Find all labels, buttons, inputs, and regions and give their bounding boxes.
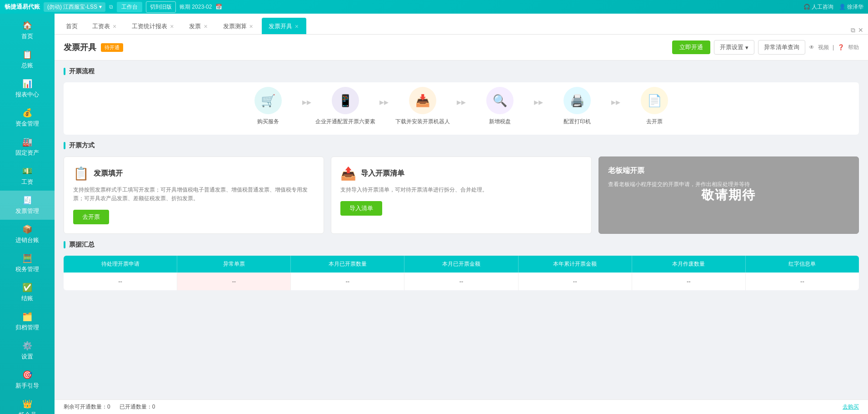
user-area[interactable]: 👤 徐泽华 [839, 3, 863, 11]
summary-cell-abnormal: -- [177, 273, 291, 290]
sidebar-label-ledger: 总账 [21, 61, 33, 70]
download-icon: 📥 [415, 94, 430, 108]
import-list-button[interactable]: 导入清单 [340, 201, 382, 216]
sidebar-item-settlement[interactable]: ✅ 结账 [0, 278, 55, 307]
close-window-icon[interactable]: ✕ [858, 26, 863, 34]
app-logo: 畅捷通易代账 [5, 3, 40, 11]
step-buy-label: 购买服务 [257, 118, 279, 126]
customer-service-btn[interactable]: 🎧 人工咨询 [803, 3, 833, 11]
sidebar-item-purchase[interactable]: 📦 进销台账 [0, 220, 55, 249]
configure-icon: 📱 [338, 94, 353, 108]
printer-icon: 🖨️ [570, 94, 584, 108]
restore-icon[interactable]: ⧉ [851, 26, 855, 34]
summary-cell-month-count: -- [291, 273, 404, 290]
tax-icon: 🧮 [22, 253, 32, 263]
step-download-icon-wrapper: 📥 [409, 87, 436, 114]
workspace-button[interactable]: 工作台 [117, 2, 142, 12]
flow-step-configure: 📱 企业开通配置开票六要素 [314, 87, 377, 126]
reports-icon: 📊 [22, 79, 32, 89]
page-area: 发票开具 待开通 立即开通 开票设置 ▾ 异常清单查询 👁 视频 | ❓ [55, 35, 868, 399]
home-icon: 🏠 [22, 20, 32, 30]
buy-link[interactable]: 去购买 [843, 403, 859, 411]
headset-icon: 🎧 [803, 4, 810, 10]
summary-cell-year-amount: -- [519, 273, 632, 290]
tab-invoice-calc-label: 发票测算 [223, 22, 247, 30]
help-label: 帮助 [848, 44, 859, 51]
status-badge: 待开通 [101, 43, 123, 52]
sidebar-item-newbie[interactable]: 🎯 新手引导 [0, 365, 55, 394]
page-title: 发票开具 [64, 42, 96, 53]
sidebar-label-purchase: 进销台账 [15, 236, 39, 244]
page-header: 发票开具 待开通 立即开通 开票设置 ▾ 异常清单查询 👁 视频 | ❓ [55, 35, 868, 61]
member-icon: 👑 [22, 399, 32, 409]
tab-payroll-stats-close[interactable]: × [169, 22, 175, 31]
summary-header-month-count: 本月已开票数量 [291, 256, 404, 273]
step-buy-icon-wrapper: 🛒 [254, 87, 282, 114]
boss-invoice-card: 老板端开票 查看老板端小程序提交的开票申请，并作出相应处理并等待 敬请期待 [599, 157, 859, 234]
tab-invoice-calc[interactable]: 发票测算 × [216, 18, 261, 34]
sidebar-item-funds[interactable]: 💰 资金管理 [0, 103, 55, 132]
open-settings-label: 开票设置 [720, 43, 743, 51]
help-icon: ❓ [838, 44, 844, 50]
sidebar-label-reports: 报表中心 [15, 91, 39, 99]
sidebar-label-funds: 资金管理 [15, 120, 39, 128]
flow-step-download: 📥 下载并安装开票机器人 [391, 87, 454, 126]
go-issue-button[interactable]: 去开票 [73, 210, 109, 224]
tab-invoice-tool[interactable]: 发票开具 × [262, 18, 306, 34]
summary-header-month-amount: 本月已开票金额 [404, 256, 518, 273]
sidebar-item-tax[interactable]: 🧮 税务管理 [0, 249, 55, 278]
buy-icon: 🛒 [261, 94, 275, 108]
bottom-bar: 剩余可开通数量：0 已开通数量：0 去购买 [55, 399, 868, 414]
settings-icon: ⚙️ [22, 341, 32, 351]
sidebar-item-invoice[interactable]: 🧾 发票管理 [0, 191, 55, 220]
issue-icon: 📄 [647, 94, 662, 108]
tab-invoice-tool-close[interactable]: × [294, 22, 299, 31]
tab-payroll-table-close[interactable]: × [112, 22, 117, 31]
tab-invoice-list-close[interactable]: × [203, 22, 208, 31]
sidebar-item-ledger[interactable]: 📋 总账 [0, 45, 55, 74]
immediate-open-button[interactable]: 立即开通 [672, 40, 710, 54]
content-body: 开票流程 🛒 购买服务 ▸▸ 📱 [55, 61, 868, 297]
sidebar-label-assets: 固定资产 [15, 149, 39, 157]
copy-icon[interactable]: ⧉ [109, 4, 113, 10]
step-arrow-5: ▸▸ [609, 96, 623, 107]
ledger-icon: 📋 [22, 50, 32, 60]
import-header: 📤 导入开票清单 [340, 166, 582, 181]
sidebar-item-payroll[interactable]: 💵 工资 [0, 162, 55, 191]
tab-invoice-list[interactable]: 发票 × [182, 18, 215, 34]
manual-invoice-card: 📋 发票填开 支持按照发票样式手工填写开发票；可开具增值税电子普通发票、增值税普… [64, 157, 324, 234]
sidebar-label-home: 首页 [21, 32, 33, 40]
sidebar-label-invoice: 发票管理 [15, 207, 39, 215]
summary-header: 待处理开票申请 异常单票 本月已开票数量 本月已开票金额 本年累计开票金额 本月… [64, 256, 859, 273]
company-selector[interactable]: (勿动) 江西服宝-LSS ▾ [44, 2, 105, 12]
step-issue-label: 去开票 [646, 118, 663, 126]
old-version-button[interactable]: 切到旧版 [146, 1, 176, 13]
step-arrow-2: ▸▸ [377, 96, 391, 107]
sidebar-item-assets[interactable]: 🏭 固定资产 [0, 132, 55, 162]
sidebar-item-reports[interactable]: 📊 报表中心 [0, 74, 55, 103]
tab-payroll-stats[interactable]: 工资统计报表 × [125, 18, 181, 34]
summary-header-void-count: 本月作废数量 [632, 256, 746, 273]
settlement-icon: ✅ [22, 283, 32, 293]
abnormal-query-button[interactable]: 异常清单查询 [758, 40, 805, 55]
tab-invoice-calc-close[interactable]: × [249, 22, 254, 31]
tab-home[interactable]: 首页 [59, 18, 85, 34]
step-arrow-3: ▸▸ [454, 96, 468, 107]
flow-section-title: 开票流程 [64, 67, 859, 76]
sidebar-item-member[interactable]: 👑 畅会员 [0, 394, 55, 414]
flow-step-issue: 📄 去开票 [623, 87, 686, 126]
step-taxdisk-label: 新增税盘 [489, 118, 511, 126]
flow-step-taxdisk: 🔍 新增税盘 [468, 87, 532, 126]
period-label: 账期 2023-02 📅 [180, 3, 222, 11]
open-settings-button[interactable]: 开票设置 ▾ [714, 40, 754, 55]
sidebar-item-settings[interactable]: ⚙️ 设置 [0, 336, 55, 365]
manual-icon: 📋 [73, 166, 89, 181]
calendar-icon[interactable]: 📅 [215, 4, 222, 10]
archive-icon: 🗂️ [22, 312, 32, 322]
user-icon: 👤 [839, 4, 846, 10]
sidebar-item-archive[interactable]: 🗂️ 归档管理 [0, 307, 55, 336]
app-layout: 🏠 首页 📋 总账 📊 报表中心 💰 资金管理 🏭 固定资产 💵 工资 🧾 发票… [0, 14, 868, 414]
tab-payroll-table[interactable]: 工资表 × [85, 18, 124, 34]
summary-body: -- -- -- -- -- -- -- [64, 273, 859, 290]
sidebar-item-home[interactable]: 🏠 首页 [0, 16, 55, 45]
